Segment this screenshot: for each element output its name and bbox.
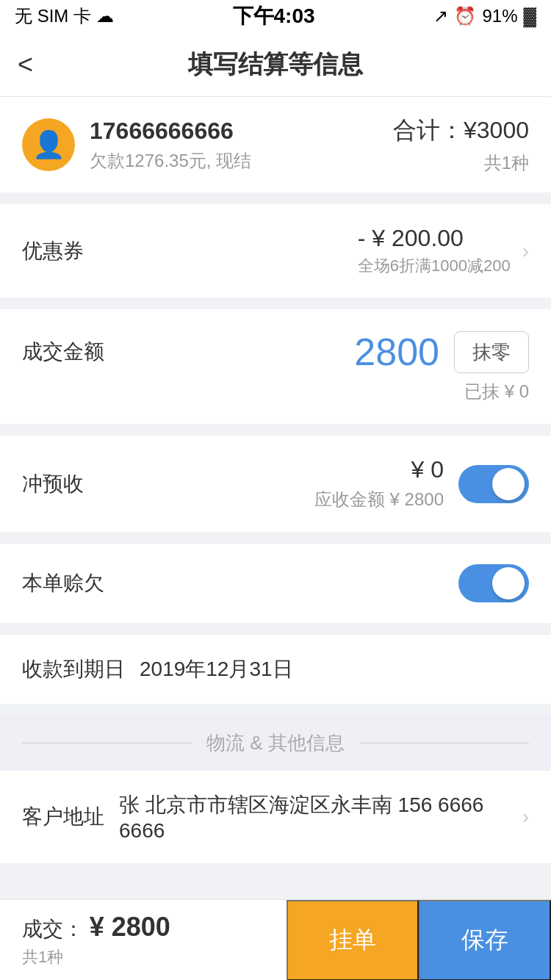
status-bar: 无 SIM 卡 ☁ 下午4:03 ↗ ⏰ 91% ▓	[0, 0, 551, 32]
deal-amount-label: 成交金额	[22, 338, 104, 366]
avatar-icon: 👤	[32, 129, 65, 160]
divider-line-left	[22, 743, 192, 743]
prereceive-amount-block: ¥ 0 应收金额 ¥ 2800	[314, 456, 444, 511]
address-chevron-icon: ›	[522, 805, 529, 829]
back-button[interactable]: <	[18, 49, 33, 80]
alarm-icon: ⏰	[454, 6, 476, 26]
duedate-section: 收款到期日 2019年12月31日	[0, 635, 551, 704]
status-right: ↗ ⏰ 91% ▓	[433, 6, 536, 26]
address-label: 客户地址	[22, 803, 104, 831]
address-value: 张 北京市市辖区海淀区永丰南 156 6666 6666	[119, 791, 522, 843]
debit-toggle[interactable]	[458, 564, 529, 602]
prereceive-row: 冲预收 ¥ 0 应收金额 ¥ 2800	[22, 456, 529, 511]
prereceive-sub: 应收金额 ¥ 2800	[314, 488, 444, 511]
round-button[interactable]: 抹零	[454, 331, 529, 373]
address-section[interactable]: 客户地址 张 北京市市辖区海淀区永丰南 156 6666 6666 ›	[0, 771, 551, 863]
prereceive-section: 冲预收 ¥ 0 应收金额 ¥ 2800	[0, 436, 551, 532]
save-button[interactable]: 保存	[419, 900, 551, 981]
bottom-count: 共1种	[22, 946, 264, 968]
customer-left: 👤 17666666666 欠款1276.35元, 现结	[22, 118, 251, 173]
battery-icon: ▓	[523, 6, 536, 26]
sim-status: 无 SIM 卡 ☁	[15, 4, 114, 28]
battery-status: 91%	[482, 6, 517, 26]
customer-info: 17666666666 欠款1276.35元, 现结	[90, 118, 251, 173]
divider-text: 物流 & 其他信息	[206, 730, 345, 756]
deal-amount-section: 成交金额 2800 抹零 已抹 ¥ 0	[0, 309, 551, 424]
deal-amount-value: 2800	[354, 330, 439, 374]
total-count: 共1种	[393, 151, 529, 175]
status-time: 下午4:03	[233, 2, 315, 30]
prereceive-label: 冲预收	[22, 470, 84, 498]
customer-card: 👤 17666666666 欠款1276.35元, 现结 合计：¥3000 共1…	[0, 97, 551, 192]
debit-section: 本单赊欠	[0, 544, 551, 623]
toggle-knob	[492, 468, 525, 500]
nav-bar: < 填写结算等信息	[0, 32, 551, 97]
customer-right: 合计：¥3000 共1种	[393, 115, 529, 175]
prereceive-toggle[interactable]	[458, 465, 529, 503]
total-amount: 合计：¥3000	[393, 115, 529, 147]
navigation-icon: ↗	[433, 6, 448, 26]
deal-amount-right: 2800 抹零	[354, 330, 529, 374]
customer-debt: 欠款1276.35元, 现结	[90, 149, 251, 173]
bottom-summary: 成交： ¥ 2800 共1种	[0, 912, 287, 968]
divider-line-right	[359, 743, 529, 743]
coupon-row[interactable]: 优惠券 - ¥ 200.00 全场6折满1000减200 ›	[0, 204, 551, 298]
status-left: 无 SIM 卡 ☁	[15, 4, 114, 28]
duedate-row: 收款到期日 2019年12月31日	[22, 655, 529, 683]
page-title: 填写结算等信息	[188, 48, 363, 82]
coupon-desc: 全场6折满1000减200	[358, 255, 511, 277]
pending-button[interactable]: 挂单	[287, 900, 419, 981]
avatar: 👤	[22, 118, 75, 171]
duedate-value: 2019年12月31日	[140, 655, 293, 683]
logistics-divider: 物流 & 其他信息	[0, 716, 551, 771]
bottom-bar: 成交： ¥ 2800 共1种 挂单 保存	[0, 899, 551, 980]
coupon-right: - ¥ 200.00 全场6折满1000减200 ›	[358, 225, 529, 277]
customer-phone: 17666666666	[90, 118, 251, 145]
coupon-value: - ¥ 200.00	[358, 225, 511, 252]
deal-amount-row: 成交金额 2800 抹零	[22, 330, 529, 374]
prereceive-amount: ¥ 0	[314, 456, 444, 483]
bottom-deal-label: 成交：	[22, 918, 84, 940]
debit-label: 本单赊欠	[22, 569, 104, 597]
coupon-section: 优惠券 - ¥ 200.00 全场6折满1000减200 ›	[0, 204, 551, 298]
chevron-right-icon: ›	[522, 239, 529, 263]
bottom-deal-amount: ¥ 2800	[90, 912, 170, 942]
debit-toggle-knob	[492, 567, 525, 599]
bottom-deal-row: 成交： ¥ 2800	[22, 912, 264, 943]
prereceive-right: ¥ 0 应收金额 ¥ 2800	[314, 456, 529, 511]
duedate-label: 收款到期日	[22, 655, 125, 683]
content-area: 👤 17666666666 欠款1276.35元, 现结 合计：¥3000 共1…	[0, 97, 551, 980]
coupon-label: 优惠券	[22, 237, 84, 265]
deal-amount-sub: 已抹 ¥ 0	[22, 380, 529, 403]
